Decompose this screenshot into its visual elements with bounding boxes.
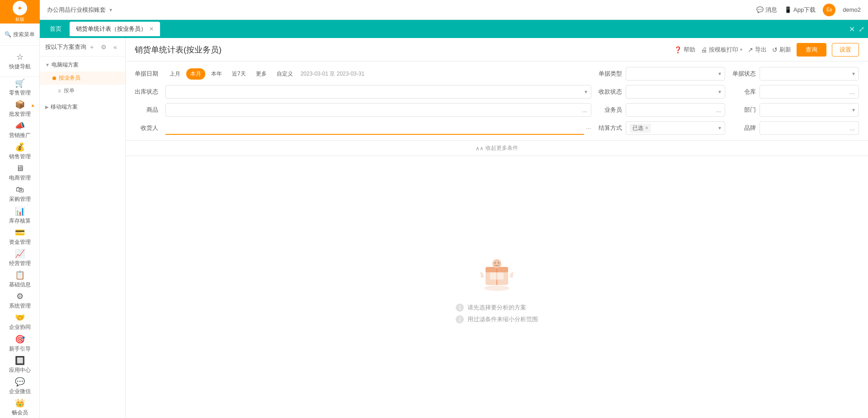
hint-num-2: 2 — [456, 315, 464, 323]
operation-icon: 📈 — [15, 249, 25, 259]
section-label: 移动端方案 — [51, 103, 78, 111]
sidebar-item-retail[interactable]: 🛒 零售管理 — [2, 78, 38, 97]
search-menu-item[interactable]: 🔍 搜索菜单 — [2, 27, 38, 42]
tab-home[interactable]: 首页 — [43, 22, 68, 36]
dept-section: 部门 ▾ — [732, 103, 859, 117]
collapse-label: 收起更多条件 — [486, 144, 518, 152]
add-scheme-button[interactable]: + — [87, 43, 96, 52]
collapse-button[interactable]: ∧∧ 收起更多条件 — [476, 144, 518, 152]
sidebar-item-sales[interactable]: 💰 销售管理 — [2, 142, 38, 161]
doc-status-chevron-icon: ▾ — [852, 71, 855, 77]
filter-row-4: 收货人 ··· 结算方式 已选 × — [135, 121, 859, 135]
date-last-7-days[interactable]: 近7天 — [228, 68, 250, 80]
sidebar-item-newbie[interactable]: 🎯 新手引导 — [2, 334, 38, 353]
section-arrow-right-icon: ▶ — [45, 104, 49, 109]
date-this-year[interactable]: 本年 — [207, 68, 226, 80]
dept-control: ▾ — [760, 103, 859, 117]
by-order-item[interactable]: ≡ 按单 — [40, 85, 125, 97]
maximize-button[interactable]: ⤢ — [859, 25, 864, 33]
print-dropdown-icon[interactable]: ▾ — [740, 47, 742, 52]
goods-label: 商品 — [135, 106, 158, 114]
workspace-dropdown[interactable]: ▾ — [109, 7, 112, 13]
hint-text-2: 用过滤条件来缩小分析范围 — [467, 315, 538, 323]
goods-select[interactable]: ... — [165, 103, 591, 117]
date-last-month[interactable]: 上月 — [165, 68, 184, 80]
sidebar-item-enterprise[interactable]: 🤝 企业协同 — [2, 312, 38, 332]
sidebar-item-wechat[interactable]: 💬 企业微信 — [2, 376, 38, 396]
arrow-up-icon: ▲ — [31, 103, 35, 108]
settings-button[interactable]: 设置 — [832, 43, 859, 57]
payment-control: 已选 × ▾ — [626, 121, 725, 135]
logo-text: 标版 — [15, 16, 24, 23]
by-salesperson-item[interactable]: 按业务员 — [40, 71, 125, 85]
help-icon: ❓ — [674, 46, 682, 53]
doc-type-select[interactable]: ▾ — [626, 67, 725, 81]
sidebar-item-apps[interactable]: 🔲 应用中心 — [2, 355, 38, 375]
svg-point-7 — [498, 262, 500, 263]
print-button[interactable]: 🖨 按模板打印 ▾ — [701, 46, 742, 54]
sidebar-item-purchase[interactable]: 🛍 采购管理 — [2, 185, 38, 204]
date-this-month[interactable]: 本月 — [186, 68, 205, 80]
collect-status-select[interactable]: ▾ — [626, 85, 725, 99]
collapse-panel-button[interactable]: « — [111, 43, 120, 52]
warehouse-select[interactable]: ... — [760, 85, 859, 99]
search-icon: 🔍 — [5, 31, 11, 38]
salesperson-dots-icon: ... — [716, 106, 721, 114]
tab-close-icon[interactable]: ✕ — [149, 26, 154, 32]
payment-select[interactable]: 已选 × ▾ — [626, 121, 725, 135]
order-icon: ≡ — [58, 88, 61, 94]
item-label: 按单 — [64, 87, 75, 95]
app-logo[interactable]: ✦ 标版 — [0, 0, 40, 24]
svg-rect-4 — [490, 272, 504, 280]
salesperson-select[interactable]: ... — [626, 103, 725, 117]
out-status-select[interactable]: ▾ — [165, 85, 591, 99]
sidebar-item-inventory[interactable]: 📊 库存核算 — [2, 206, 38, 225]
apps-icon: 🔲 — [15, 356, 25, 366]
collect-status-section: 收款状态 ▾ — [599, 85, 725, 99]
tab-sales-stat[interactable]: 销货单统计表（按业务员） ✕ — [70, 22, 160, 36]
doc-status-select[interactable]: ▾ — [760, 67, 859, 81]
help-button[interactable]: ❓ 帮助 — [674, 46, 695, 54]
receiver-control: ··· — [165, 121, 591, 135]
user-name[interactable]: demo2 — [843, 6, 861, 13]
export-button[interactable]: ↗ 导出 — [748, 46, 767, 54]
newbie-icon: 🎯 — [15, 334, 25, 344]
mobile-scheme-header[interactable]: ▶ 移动端方案 — [40, 100, 125, 114]
sidebar-item-basic[interactable]: 📋 基础信息 — [2, 270, 38, 289]
message-button[interactable]: 💬 消息 — [756, 6, 777, 14]
sidebar-item-finance[interactable]: 💳 资金管理 — [2, 227, 38, 247]
brand-control: ... — [760, 121, 859, 135]
user-avatar[interactable]: Ea — [823, 4, 835, 16]
filter-area: 单据日期 上月 本月 本年 近7天 更多 自定义 2023-03-01 至 20… — [126, 62, 868, 141]
receiver-input[interactable] — [165, 121, 584, 135]
warehouse-label: 仓库 — [732, 88, 756, 96]
dept-select[interactable]: ▾ — [760, 103, 859, 117]
print-icon: 🖨 — [701, 46, 707, 53]
brand-select[interactable]: ... — [760, 121, 859, 135]
sidebar-item-operation[interactable]: 📈 经营管理 — [2, 248, 38, 268]
close-tab-button[interactable]: ✕ — [849, 25, 855, 33]
quick-nav-item[interactable]: ☆ 快捷导航 — [2, 49, 38, 73]
refresh-button[interactable]: ↺ 刷新 — [772, 46, 791, 54]
page-title: 销货单统计表(按业务员) — [135, 44, 222, 55]
doc-type-label: 单据类型 — [599, 70, 622, 78]
main-area: 办公用品行业模拟账套 ▾ 💬 消息 📱 App下载 Ea demo2 首页 销货… — [40, 0, 868, 418]
marketing-icon: 📣 — [15, 121, 25, 131]
sidebar-item-wholesale[interactable]: 📦 批发管理 ▲ — [2, 99, 38, 119]
sidebar-item-ecommerce[interactable]: 🖥 电商管理 — [2, 163, 38, 183]
date-custom[interactable]: 自定义 — [273, 68, 297, 80]
desktop-scheme-header[interactable]: ▼ 电脑端方案 — [40, 58, 125, 71]
query-button[interactable]: 查询 — [797, 43, 826, 57]
doc-type-chevron-icon: ▾ — [718, 71, 721, 77]
app-download-button[interactable]: 📱 App下载 — [784, 6, 816, 14]
payment-tag-close-icon[interactable]: × — [645, 125, 648, 131]
sidebar-item-member[interactable]: 👑 畅会员 — [2, 398, 38, 417]
scheme-settings-button[interactable]: ⚙ — [99, 43, 108, 52]
sidebar-item-system[interactable]: ⚙ 系统管理 — [2, 291, 38, 310]
collect-status-chevron-icon: ▾ — [718, 89, 721, 95]
collapse-bar: ∧∧ 收起更多条件 — [126, 141, 868, 156]
salesperson-label: 业务员 — [599, 106, 622, 114]
sidebar-item-marketing[interactable]: 📣 营销推广 — [2, 120, 38, 140]
date-more[interactable]: 更多 — [252, 68, 271, 80]
receiver-dots-icon: ··· — [586, 124, 591, 132]
